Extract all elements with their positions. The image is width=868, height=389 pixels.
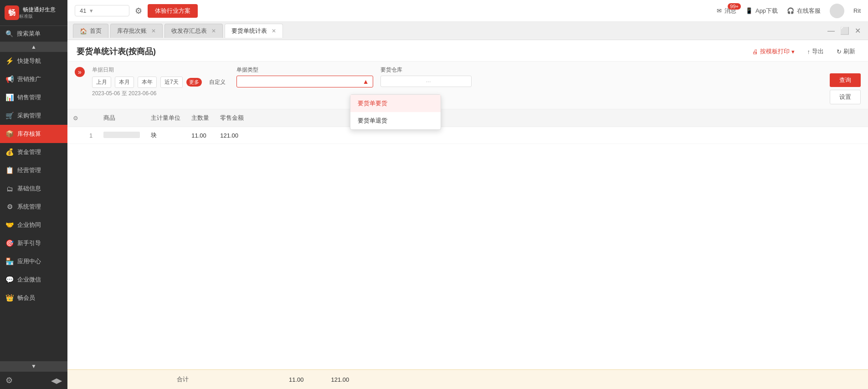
sidebar-item-operation[interactable]: 📋 经营管理 bbox=[0, 161, 67, 179]
refresh-button[interactable]: ↻ 刷新 bbox=[833, 46, 859, 57]
main-area: 41 ▾ ⚙ 体验行业方案 ✉ 消息 99+ 📱 App下载 🎧 在线客服 Ri… bbox=[67, 0, 868, 389]
sidebar: 畅 畅捷通好生意 标准版 🔍 搜索菜单 ▲ ⚡ 快捷导航 📢 营销推广 📊 销售… bbox=[0, 0, 67, 389]
close-window-icon[interactable]: ✕ bbox=[853, 26, 863, 36]
purchase-icon: 🛒 bbox=[5, 112, 14, 120]
app-name: 畅捷通好生意 bbox=[23, 6, 56, 14]
export-button[interactable]: ↑ 导出 bbox=[804, 46, 828, 57]
more-date-badge[interactable]: 更多 bbox=[186, 78, 202, 87]
data-table-container: ⚙ 商品 主计量单位 主数量 零售金额 1 bbox=[67, 109, 868, 369]
print-icon: 🖨 bbox=[752, 48, 758, 55]
tab-close-icon[interactable]: ✕ bbox=[272, 28, 276, 34]
tab-home-label: 首页 bbox=[90, 27, 102, 35]
dropdown-item-return[interactable]: 要货单退货 bbox=[350, 112, 441, 129]
topbar-left: 41 ▾ ⚙ 体验行业方案 bbox=[75, 4, 198, 18]
last-7-days-button[interactable]: 近7天 bbox=[160, 77, 183, 88]
trial-industry-button[interactable]: 体验行业方案 bbox=[148, 4, 198, 18]
this-year-button[interactable]: 本年 bbox=[138, 77, 157, 88]
sidebar-item-label: 新手引导 bbox=[17, 239, 41, 247]
tab-close-icon[interactable]: ✕ bbox=[211, 28, 216, 34]
member-icon: 👑 bbox=[5, 294, 14, 302]
sidebar-item-label: 采购管理 bbox=[17, 112, 41, 120]
messages-button[interactable]: ✉ 消息 99+ bbox=[717, 7, 736, 15]
chevron-down-icon: ▾ bbox=[90, 7, 93, 14]
sidebar-item-marketing[interactable]: 📢 营销推广 bbox=[0, 70, 67, 88]
minimize-icon[interactable]: — bbox=[826, 26, 837, 36]
table-footer: 合计 11.00 121.00 bbox=[67, 369, 868, 389]
sidebar-item-inventory[interactable]: 📦 库存核算 bbox=[0, 125, 67, 143]
settings-gear-icon[interactable]: ⚙ bbox=[135, 6, 142, 16]
sidebar-item-enterprise[interactable]: 🤝 企业协同 bbox=[0, 216, 67, 234]
table-col-quantity: 主数量 bbox=[186, 109, 215, 127]
user-name: Rit bbox=[853, 7, 861, 14]
sidebar-item-label: 经营管理 bbox=[17, 166, 41, 174]
settings-bottom-icon[interactable]: ⚙ bbox=[5, 375, 13, 385]
table-col-product: 商品 bbox=[98, 109, 145, 127]
collapse-sidebar-button[interactable]: ◀▶ bbox=[51, 376, 62, 385]
message-icon: ✉ bbox=[717, 7, 722, 14]
tab-receivable-summary[interactable]: 收发存汇总表 ✕ bbox=[164, 24, 223, 38]
table-header-row: ⚙ 商品 主计量单位 主数量 零售金额 bbox=[67, 109, 868, 127]
company-selector[interactable]: 41 ▾ bbox=[75, 5, 129, 16]
tab-home[interactable]: 🏠 首页 bbox=[73, 24, 108, 38]
refresh-icon: ↻ bbox=[837, 48, 842, 55]
table-col-unit: 主计量单位 bbox=[145, 109, 186, 127]
user-avatar[interactable] bbox=[830, 4, 844, 18]
sidebar-item-member[interactable]: 👑 畅会员 bbox=[0, 289, 67, 307]
order-type-input[interactable]: ▲ bbox=[236, 76, 373, 87]
sidebar-item-sales[interactable]: 📊 销售管理 bbox=[0, 88, 67, 107]
order-type-filter-group: 单据类型 ▲ bbox=[236, 66, 373, 87]
query-button[interactable]: 查询 bbox=[830, 73, 861, 87]
sidebar-item-label: 销售管理 bbox=[17, 93, 41, 102]
sidebar-item-appstore[interactable]: 🏪 应用中心 bbox=[0, 252, 67, 271]
messages-count: 99+ bbox=[728, 3, 741, 10]
app-download-button[interactable]: 📱 App下载 bbox=[745, 7, 778, 15]
order-type-text-input[interactable] bbox=[241, 78, 363, 85]
page-header-actions: 🖨 按模板打印 ▾ ↑ 导出 ↻ 刷新 bbox=[749, 46, 859, 57]
chevron-up-icon[interactable]: ▲ bbox=[363, 78, 369, 85]
more-options-icon[interactable]: ··· bbox=[426, 78, 467, 85]
row-quantity: 11.00 bbox=[186, 127, 215, 144]
row-unit: 块 bbox=[145, 127, 186, 144]
warehouse-label: 要货仓库 bbox=[380, 66, 472, 74]
export-label: 导出 bbox=[812, 47, 824, 56]
page-title: 要货单统计表(按商品) bbox=[77, 46, 156, 57]
sidebar-item-guide[interactable]: 🎯 新手引导 bbox=[0, 234, 67, 252]
this-month-button[interactable]: 本月 bbox=[115, 77, 134, 88]
guide-icon: 🎯 bbox=[5, 239, 14, 247]
table-col-settings[interactable]: ⚙ bbox=[67, 109, 84, 127]
app-logo: 畅 畅捷通好生意 标准版 bbox=[0, 0, 67, 26]
tab-inventory-batch[interactable]: 库存批次账 ✕ bbox=[110, 24, 163, 38]
enterprise-icon: 🤝 bbox=[5, 221, 14, 229]
last-month-button[interactable]: 上月 bbox=[92, 77, 111, 88]
sidebar-item-system[interactable]: ⚙ 系统管理 bbox=[0, 198, 67, 216]
sidebar-item-label: 企业微信 bbox=[17, 276, 41, 284]
online-service-button[interactable]: 🎧 在线客服 bbox=[787, 7, 821, 15]
sidebar-item-label: 企业协同 bbox=[17, 221, 41, 229]
sidebar-item-quick-nav[interactable]: ⚡ 快捷导航 bbox=[0, 52, 67, 70]
print-template-button[interactable]: 🖨 按模板打印 ▾ bbox=[749, 46, 798, 57]
tabbar: 🏠 首页 库存批次账 ✕ 收发存汇总表 ✕ 要货单统计表 ✕ — ⬜ ✕ bbox=[67, 22, 868, 40]
sidebar-item-wechat[interactable]: 💬 企业微信 bbox=[0, 271, 67, 289]
search-menu-label: 搜索菜单 bbox=[17, 30, 41, 38]
sidebar-item-label: 快捷导航 bbox=[17, 57, 41, 65]
search-menu-item[interactable]: 🔍 搜索菜单 bbox=[0, 26, 67, 42]
tab-close-icon[interactable]: ✕ bbox=[151, 28, 156, 34]
tab-order-stats[interactable]: 要货单统计表 ✕ bbox=[225, 24, 283, 38]
sidebar-item-purchase[interactable]: 🛒 采购管理 bbox=[0, 107, 67, 125]
row-number: 1 bbox=[84, 127, 98, 144]
filter-expand-button[interactable]: » bbox=[75, 67, 85, 77]
topbar-right: ✉ 消息 99+ 📱 App下载 🎧 在线客服 Rit bbox=[717, 4, 861, 18]
sidebar-item-finance[interactable]: 💰 资金管理 bbox=[0, 143, 67, 161]
scroll-up-button[interactable]: ▲ bbox=[0, 42, 67, 52]
custom-date-button[interactable]: 自定义 bbox=[205, 77, 229, 88]
scroll-down-button[interactable]: ▼ bbox=[0, 361, 67, 371]
dropdown-item-purchase[interactable]: 要货单要货 bbox=[350, 95, 441, 112]
settings-button[interactable]: 设置 bbox=[830, 90, 861, 104]
refresh-label: 刷新 bbox=[843, 47, 855, 56]
data-table: ⚙ 商品 主计量单位 主数量 零售金额 1 bbox=[67, 109, 868, 144]
maximize-icon[interactable]: ⬜ bbox=[838, 26, 851, 36]
warehouse-input[interactable]: ··· bbox=[380, 76, 472, 87]
sidebar-item-basic[interactable]: 🗂 基础信息 bbox=[0, 179, 67, 198]
table-col-rownum bbox=[84, 109, 98, 127]
quick-nav-icon: ⚡ bbox=[5, 57, 14, 65]
